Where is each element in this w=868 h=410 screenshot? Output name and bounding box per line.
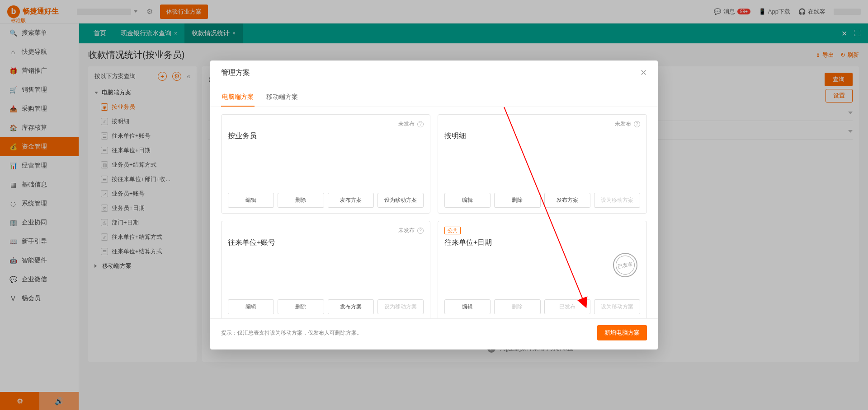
status-badge: 未发布 <box>615 120 631 128</box>
edit-button[interactable]: 编辑 <box>444 193 491 208</box>
published-stamp: 已发布 <box>611 251 640 280</box>
scheme-card: 公共 往来单位+日期 已发布 编辑 删除 已发布 设为移动方案 <box>438 221 647 318</box>
status-badge: 未发布 <box>398 120 415 128</box>
set-mobile-button: 设为移动方案 <box>377 299 424 314</box>
set-mobile-button[interactable]: 设为移动方案 <box>377 193 424 208</box>
modal-tab-mobile[interactable]: 移动端方案 <box>265 89 299 107</box>
publish-button[interactable]: 发布方案 <box>328 299 374 314</box>
modal-tabs: 电脑端方案 移动端方案 <box>210 85 658 107</box>
public-tag: 公共 <box>444 227 461 234</box>
edit-button[interactable]: 编辑 <box>228 299 274 314</box>
edit-button[interactable]: 编辑 <box>444 299 491 314</box>
help-icon[interactable]: ? <box>417 228 424 234</box>
add-desktop-scheme-button[interactable]: 新增电脑方案 <box>597 325 647 340</box>
set-mobile-button: 设为移动方案 <box>594 193 640 208</box>
scheme-card-title: 往来单位+日期 <box>444 238 640 247</box>
modal-overlay: 管理方案 ✕ 电脑端方案 移动端方案 未发布? 按业务员 编辑 删除 发布方案 … <box>0 0 868 410</box>
scheme-card: 未发布? 往来单位+账号 编辑 删除 发布方案 设为移动方案 <box>221 221 430 318</box>
help-icon[interactable]: ? <box>634 121 640 127</box>
publish-button[interactable]: 发布方案 <box>328 193 374 208</box>
close-icon[interactable]: ✕ <box>640 68 647 78</box>
manage-scheme-modal: 管理方案 ✕ 电脑端方案 移动端方案 未发布? 按业务员 编辑 删除 发布方案 … <box>210 61 658 349</box>
scheme-card: 未发布? 按业务员 编辑 删除 发布方案 设为移动方案 <box>221 114 430 214</box>
edit-button[interactable]: 编辑 <box>228 193 274 208</box>
scheme-card-title: 按业务员 <box>228 131 424 141</box>
status-badge: 未发布 <box>398 227 415 234</box>
delete-button[interactable]: 删除 <box>278 193 324 208</box>
scheme-card: 未发布? 按明细 编辑 删除 发布方案 设为移动方案 <box>438 114 647 214</box>
published-button: 已发布 <box>544 299 590 314</box>
modal-title: 管理方案 <box>221 68 250 78</box>
modal-footer-tip: 提示：仅汇总表支持设为移动方案，仅发布人可删除方案。 <box>221 329 362 337</box>
scheme-card-title: 按明细 <box>444 131 640 141</box>
scheme-card-title: 往来单位+账号 <box>228 238 424 247</box>
help-icon[interactable]: ? <box>417 121 424 127</box>
modal-body: 未发布? 按业务员 编辑 删除 发布方案 设为移动方案 未发布? 按明细 编辑 <box>210 107 658 318</box>
set-mobile-button: 设为移动方案 <box>594 299 640 314</box>
delete-button[interactable]: 删除 <box>494 193 540 208</box>
delete-button[interactable]: 删除 <box>278 299 324 314</box>
delete-button: 删除 <box>494 299 540 314</box>
publish-button[interactable]: 发布方案 <box>544 193 590 208</box>
modal-tab-desktop[interactable]: 电脑端方案 <box>221 89 255 107</box>
